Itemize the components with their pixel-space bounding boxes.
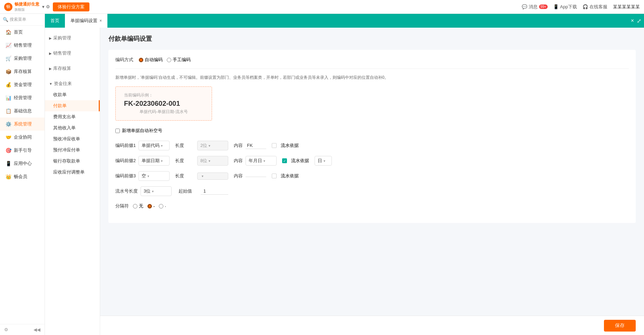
manual-encode-radio[interactable] (167, 58, 171, 62)
message-badge: 99+ (539, 4, 548, 9)
online-service[interactable]: 🎧 在线客服 (583, 4, 607, 10)
sidebar-item-operations[interactable]: 📊 经营管理 (0, 91, 45, 104)
auto-encode-radio[interactable] (139, 58, 143, 62)
waterflow1-field: 流水依据 (272, 142, 299, 149)
sidebar-item-cooperation-label: 企业协同 (14, 134, 32, 140)
encoding-method-label: 编码方式 (115, 57, 133, 63)
tab-close-icon[interactable]: × (99, 18, 102, 23)
sidebar-item-apps[interactable]: 📱 应用中心 (0, 157, 45, 170)
waterflow2-period-value: 日 (318, 158, 322, 164)
tab-expand-icon[interactable]: × (631, 18, 634, 24)
sidebar-item-purchase[interactable]: 🛒 采购管理 (0, 52, 45, 65)
sep-dash-option[interactable]: - (147, 204, 155, 209)
prefix2-select[interactable]: 单据日期 ▾ (138, 156, 170, 166)
prefix3-value: 空 (142, 173, 146, 179)
sep-dash-radio[interactable] (147, 204, 152, 208)
sidebar-item-member[interactable]: 👑 畅会员 (0, 170, 45, 183)
prefix1-row: 编码前缀1 单据代码 ▾ 长度 2位 ▾ (115, 141, 629, 150)
finance-icon: 💰 (6, 82, 11, 87)
footer-collapse-icon[interactable]: ◀◀ (33, 327, 40, 332)
sidebar-item-home[interactable]: 🏠 首页 (0, 26, 45, 39)
length3-select[interactable]: ▾ (197, 173, 228, 180)
auto-encode-option[interactable]: 自动编码 (139, 57, 163, 63)
chevron-right-icon2: ▶ (49, 52, 52, 55)
sep-none-option[interactable]: 无 (133, 203, 143, 209)
sep-none-label: 无 (139, 203, 143, 209)
prefix3-select[interactable]: 空 ▾ (138, 171, 170, 181)
tab-home[interactable]: 首页 (45, 14, 65, 28)
save-button[interactable]: 保存 (604, 320, 636, 332)
waterflow3-label: 流水依据 (281, 173, 299, 179)
auto-fill-checkbox[interactable] (115, 129, 120, 133)
sidebar-item-inventory[interactable]: 📦 库存核算 (0, 65, 45, 78)
content2-select[interactable]: 年月日 ▾ (246, 156, 277, 166)
sub-menu-purchase-parent[interactable]: ▶ 采购管理 (45, 32, 100, 44)
sub-menu-capital: ▼ 资金往来 收款单 付款单 费用支出单 其他收入单 预收冲应收单 预付冲应付单… (45, 76, 100, 180)
length2-label: 长度 (175, 158, 194, 164)
sub-menu-child-receipt[interactable]: 收款单 (45, 89, 100, 100)
brand-text: 畅捷通好生意 旗舰版 (15, 1, 39, 12)
waterflow2-field: ✓ 流水依据 日 ▾ (282, 156, 332, 166)
length2-select[interactable]: 8位 ▾ (197, 156, 228, 166)
tab-shrink-icon[interactable]: ⤢ (637, 18, 641, 24)
left-sidebar: 🔍 搜索菜单 🏠 首页 📈 销售管理 🛒 采购管理 📦 库存核算 💰 (0, 14, 45, 335)
experience-btn[interactable]: 体验行业方案 (53, 2, 89, 11)
purchase-icon: 🛒 (6, 56, 11, 61)
message-area[interactable]: 💬 消息 99+ (522, 4, 548, 10)
content2-value: 年月日 (249, 158, 262, 164)
sep-dot-radio[interactable] (159, 204, 163, 208)
sidebar-item-system[interactable]: ⚙️ 系统管理 (0, 118, 45, 131)
content2-field: 内容 年月日 ▾ (234, 156, 277, 166)
sub-menu-child-other-income[interactable]: 其他收入单 (45, 122, 100, 133)
sidebar-item-sales[interactable]: 📈 销售管理 (0, 39, 45, 52)
app-download[interactable]: 📱 App下载 (553, 4, 577, 10)
serial-length-select[interactable]: 3位 ▾ (141, 186, 172, 196)
waterflow2-checkbox[interactable]: ✓ (282, 158, 287, 163)
sub-menu-child-advance-recv[interactable]: 预收冲应收单 (45, 133, 100, 145)
sidebar-item-sales-label: 销售管理 (14, 42, 32, 48)
prefix1-select[interactable]: 单据代码 ▾ (138, 141, 170, 150)
sep-none-radio[interactable] (133, 204, 137, 208)
sub-menu-purchase-label: 采购管理 (53, 35, 71, 41)
waterflow2-period-select[interactable]: 日 ▾ (315, 156, 332, 166)
footer-gear-icon[interactable]: ⚙ (4, 327, 8, 332)
waterflow1-label: 流水依据 (281, 142, 299, 149)
length2-value: 8位 (200, 158, 207, 164)
length1-select[interactable]: 2位 ▾ (197, 141, 228, 150)
sep-dot-option[interactable]: · (159, 204, 166, 209)
bottom-bar: 保存 (100, 316, 644, 335)
sidebar-item-basic[interactable]: 📋 基础信息 (0, 104, 45, 118)
sub-menu-child-adjust[interactable]: 应收应付调整单 (45, 167, 100, 178)
sub-menu-child-advance-pay[interactable]: 预付冲应付单 (45, 145, 100, 156)
user-info[interactable]: 某某某某某某 (613, 4, 640, 10)
nav-dropdown-arrow[interactable]: ▾ (42, 4, 45, 9)
brand-icon: 畅 (4, 3, 12, 11)
prefix3-row: 编码前缀3 空 ▾ 长度 ▾ (115, 171, 629, 181)
message-icon: 💬 (522, 4, 527, 9)
sidebar-item-cooperation[interactable]: 🤝 企业协同 (0, 131, 45, 144)
start-value: 1 (201, 188, 228, 195)
sub-menu-capital-parent[interactable]: ▼ 资金往来 (45, 78, 100, 89)
sidebar-item-finance[interactable]: 💰 资金管理 (0, 78, 45, 91)
tab-settings[interactable]: 单据编码设置 × (65, 14, 107, 28)
sub-menu-inventory-parent[interactable]: ▶ 库存核算 (45, 63, 100, 74)
sub-menu-child-payment[interactable]: 付款单 (45, 100, 100, 111)
sidebar-search[interactable]: 🔍 搜索菜单 (0, 14, 45, 26)
sidebar-footer: ⚙ ◀◀ (0, 324, 45, 335)
settings-icon[interactable]: ⚙ (46, 4, 50, 9)
manual-encode-option[interactable]: 手工编码 (167, 57, 191, 63)
sidebar-item-finance-label: 资金管理 (14, 82, 32, 88)
waterflow3-checkbox[interactable] (272, 174, 277, 178)
content2-arrow-icon: ▾ (263, 159, 265, 163)
sep-dash-label: - (153, 204, 155, 209)
tab-settings-label: 单据编码设置 (70, 18, 97, 24)
info-text: 新增单据时，'单据编码'自动生成，不可编辑。前缀设置为部门、业务员等档案类，开单… (115, 74, 629, 81)
top-bar-left: 畅 畅捷通好生意 旗舰版 ▾ ⚙ 体验行业方案 (4, 1, 89, 12)
sidebar-menu: 🏠 首页 📈 销售管理 🛒 采购管理 📦 库存核算 💰 资金管理 📊 经 (0, 26, 45, 324)
sidebar-item-guide[interactable]: 🎯 新手引导 (0, 144, 45, 157)
sub-menu-sales-parent[interactable]: ▶ 销售管理 (45, 48, 100, 59)
sub-menu-child-expense[interactable]: 费用支出单 (45, 111, 100, 122)
waterflow1-checkbox[interactable] (272, 143, 277, 148)
download-icon: 📱 (553, 4, 559, 9)
sub-menu-child-bank-deposit[interactable]: 银行存取款单 (45, 156, 100, 167)
